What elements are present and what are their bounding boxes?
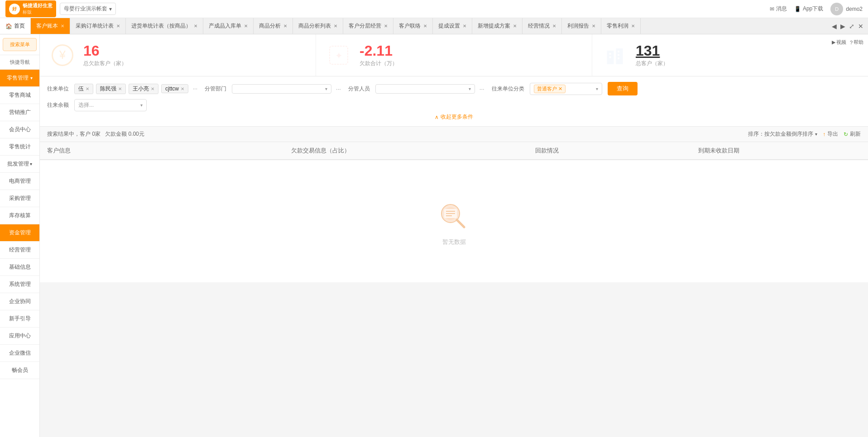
export-button[interactable]: ↑ 导出: [823, 130, 838, 138]
person-select-box[interactable]: ▾: [375, 84, 475, 94]
store-selector[interactable]: 母婴行业演示帐套 ▾: [60, 3, 116, 15]
tab-home[interactable]: 🏠 首页: [0, 18, 31, 34]
close-icon[interactable]: ✕: [631, 24, 635, 28]
close-icon[interactable]: ✕: [334, 24, 337, 28]
tab-customer-layer[interactable]: 客户分层经营 ✕: [343, 18, 393, 34]
balance-select-box[interactable]: 选择... ▾: [74, 99, 147, 111]
close-icon[interactable]: ✕: [244, 24, 248, 28]
remove-tag-wang[interactable]: ✕: [151, 86, 154, 91]
close-icon[interactable]: ✕: [592, 24, 595, 28]
close-icon[interactable]: ✕: [116, 24, 120, 28]
tab-retail-profit[interactable]: 零售利润 ✕: [601, 18, 641, 34]
svg-rect-8: [618, 51, 619, 52]
stat-number-total: 131: [636, 43, 859, 58]
sidebar-item-retail-mall[interactable]: 零售商城: [0, 87, 39, 104]
sidebar-item-ecommerce[interactable]: 电商管理: [0, 173, 39, 190]
tab-new-commission[interactable]: 新增提成方案 ✕: [472, 18, 523, 34]
remove-tag-wu[interactable]: ✕: [86, 86, 89, 91]
close-icon[interactable]: ✕: [552, 24, 556, 28]
sidebar-item-purchase[interactable]: 采购管理: [0, 190, 39, 207]
message-btn[interactable]: ✉ 消息: [770, 5, 787, 13]
filter-unit-label: 往来单位: [47, 85, 69, 93]
stat-number-customers: 16: [83, 43, 307, 58]
filter-unit-type-label: 往来单位分类: [492, 85, 524, 93]
sidebar-item-member[interactable]: 畅会员: [0, 362, 39, 379]
remove-tag-chen[interactable]: ✕: [118, 86, 122, 91]
tab-profit-report[interactable]: 利润报告 ✕: [562, 18, 601, 34]
close-icon[interactable]: ✕: [513, 24, 517, 28]
filter-tag-cjttcw: cjttcw ✕: [161, 84, 188, 93]
filter-row-2: 往来余额 选择... ▾: [47, 99, 861, 111]
close-icon[interactable]: ✕: [61, 24, 64, 28]
close-icon[interactable]: ✕: [283, 24, 287, 28]
stat-card-customers: ¥ 16 总欠款客户（家）: [40, 34, 316, 76]
filter-more-btn[interactable]: ···: [191, 85, 199, 93]
nav-expand-icon[interactable]: ⤢: [848, 22, 855, 31]
unit-type-select-box[interactable]: 普通客户 ✕ ▾: [530, 83, 602, 95]
app-download-btn[interactable]: 📱 App下载: [794, 5, 823, 13]
unit-type-tag-normal: 普通客户 ✕: [534, 85, 566, 93]
col-header-debt: 欠款交易信息（占比）: [291, 147, 535, 155]
dept-select-box[interactable]: ▾: [232, 84, 331, 94]
sidebar-item-finance[interactable]: 资金管理: [0, 224, 39, 242]
tab-product-inbound[interactable]: 产成品入库单 ✕: [203, 18, 254, 34]
yuan-icon: ¥: [49, 42, 76, 69]
tab-purchase-stats[interactable]: 进货单统计表（按商品） ✕: [126, 18, 203, 34]
remove-tag-cjttcw[interactable]: ✕: [181, 86, 184, 91]
sidebar-item-system[interactable]: 系统管理: [0, 276, 39, 293]
help-icon: ?: [850, 40, 853, 45]
sidebar-item-retail-stats[interactable]: 零售统计: [0, 138, 39, 156]
nav-next-icon[interactable]: ▶: [839, 22, 846, 31]
nav-close-all-icon[interactable]: ✕: [857, 22, 864, 31]
sort-label: 排序：按欠款金额倒序排序: [748, 130, 813, 138]
sidebar-item-wholesale[interactable]: 批发管理 ▾: [0, 156, 39, 173]
sidebar: 搜索菜单 快捷导航 零售管理 ▾ 零售商城 营销推广 会员中心 零售统计 批发管…: [0, 34, 40, 437]
query-button[interactable]: 查询: [608, 82, 638, 95]
close-icon[interactable]: ✕: [194, 24, 197, 28]
video-btn[interactable]: ▶ 视频: [832, 39, 846, 46]
nav-prev-icon[interactable]: ◀: [831, 22, 838, 31]
sidebar-item-wechat[interactable]: 企业微信: [0, 345, 39, 362]
svg-rect-6: [609, 53, 611, 55]
logo-sub: 标版: [23, 9, 53, 15]
sidebar-item-inventory[interactable]: 库存核算: [0, 207, 39, 224]
sidebar-item-marketing[interactable]: 营销推广: [0, 104, 39, 121]
tab-customer-contact[interactable]: 客户联络 ✕: [393, 18, 433, 34]
sidebar-item-retail[interactable]: 零售管理 ▾: [0, 70, 39, 87]
sidebar-item-business-mgmt[interactable]: 经营管理: [0, 242, 39, 259]
user-area[interactable]: D demo2: [830, 3, 863, 15]
chevron-down-icon: ▾: [109, 6, 112, 12]
close-icon[interactable]: ✕: [384, 24, 388, 28]
sidebar-item-member-center[interactable]: 会员中心: [0, 121, 39, 138]
sidebar-item-app-center[interactable]: 应用中心: [0, 328, 39, 345]
tab-product-analysis-list[interactable]: 商品分析列表 ✕: [293, 18, 343, 34]
building-icon: [601, 42, 628, 69]
search-menu-button[interactable]: 搜索菜单: [3, 38, 37, 51]
chevron-icon: ▾: [30, 76, 33, 81]
tab-product-analysis[interactable]: 商品分析 ✕: [254, 18, 293, 34]
chevron-icon: ▾: [30, 162, 32, 166]
person-ellipsis[interactable]: ···: [478, 85, 486, 93]
export-icon: ↑: [823, 131, 825, 138]
sidebar-item-newbie[interactable]: 新手引导: [0, 310, 39, 328]
table-container: 客户信息 欠款交易信息（占比） 回款情况 到期未收款日期: [40, 142, 868, 282]
filter-collapse-btn[interactable]: ∧ 收起更多条件: [47, 113, 861, 121]
refresh-button[interactable]: ↻ 刷新: [844, 130, 861, 138]
help-btn[interactable]: ? 帮助: [850, 39, 863, 46]
avatar: D: [830, 3, 843, 15]
close-icon[interactable]: ✕: [463, 24, 466, 28]
filter-tag-wang: 王小亮 ✕: [129, 84, 158, 94]
tab-commission-setting[interactable]: 提成设置 ✕: [433, 18, 472, 34]
sort-select[interactable]: 排序：按欠款金额倒序排序 ▾: [748, 130, 817, 138]
dept-ellipsis[interactable]: ···: [334, 85, 343, 93]
tab-purchase-order[interactable]: 采购订单统计表 ✕: [70, 18, 126, 34]
sort-chevron-icon: ▾: [815, 132, 817, 137]
sidebar-item-enterprise[interactable]: 企业协同: [0, 293, 39, 310]
sidebar-item-quick-nav[interactable]: 快捷导航: [0, 55, 39, 70]
sidebar-item-basic-info[interactable]: 基础信息: [0, 259, 39, 276]
remove-unit-type-tag[interactable]: ✕: [558, 86, 562, 92]
tab-customer-ledger[interactable]: 客户账本 ✕: [31, 18, 70, 34]
close-icon[interactable]: ✕: [423, 24, 427, 28]
tab-business[interactable]: 经营情况 ✕: [523, 18, 562, 34]
svg-rect-10: [618, 57, 619, 59]
